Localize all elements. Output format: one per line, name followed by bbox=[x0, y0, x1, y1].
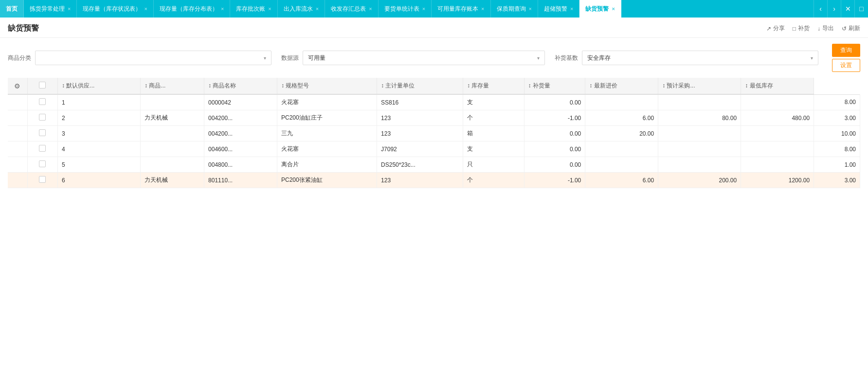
row-checkbox-5[interactable] bbox=[27, 157, 58, 173]
gear-column-header[interactable]: ⚙ bbox=[8, 78, 27, 94]
replenish-base-dropdown-icon: ▾ bbox=[811, 55, 813, 61]
row-gear-1 bbox=[8, 94, 27, 110]
category-select[interactable]: ▾ bbox=[35, 51, 271, 65]
th-min-stock: ↕ 最低库存 bbox=[741, 78, 814, 94]
row-checkbox-3[interactable] bbox=[27, 126, 58, 141]
checkbox-3[interactable] bbox=[39, 129, 46, 136]
tab-close-batch-account[interactable]: × bbox=[268, 6, 271, 12]
chevron-right-icon: › bbox=[833, 5, 835, 13]
tab-label-order-stat: 要货单统计表 bbox=[384, 5, 419, 13]
tab-available-ledger[interactable]: 可用量库存账本× bbox=[432, 0, 490, 18]
cell-spec-1: SS816 bbox=[377, 94, 463, 110]
tab-prev-button[interactable]: ‹ bbox=[814, 0, 827, 18]
tab-close-inout-flow[interactable]: × bbox=[316, 6, 319, 12]
tab-close-defect-process[interactable]: × bbox=[68, 6, 71, 12]
tab-label-expiry-query: 保质期查询 bbox=[497, 5, 526, 13]
th-stock-qty: ↕ 库存量 bbox=[463, 78, 524, 94]
tab-receive-summary[interactable]: 收发存汇总表× bbox=[325, 0, 378, 18]
tab-close-button[interactable]: ✕ bbox=[841, 0, 854, 18]
data-table: ⚙ ↕ 默认供应... ↕ 商品... ↕ 商品名称 ↕ bbox=[8, 78, 860, 188]
cell-min-stock-6: 3.00 bbox=[814, 173, 860, 188]
datasource-value: 可用量 bbox=[308, 54, 326, 62]
replenish-base-value: 安全库存 bbox=[587, 54, 611, 62]
tab-close-expiry-query[interactable]: × bbox=[529, 6, 532, 12]
th-spec: ↕ 规格型号 bbox=[277, 78, 377, 94]
tab-close-shortage-warning[interactable]: × bbox=[612, 6, 615, 12]
checkbox-4[interactable] bbox=[39, 145, 46, 152]
share-button[interactable]: ↗ 分享 bbox=[766, 24, 785, 33]
tab-label-inventory-status: 现存量（库存状况表） bbox=[83, 5, 141, 13]
cell-estimated-purchase-5 bbox=[741, 157, 814, 173]
cell-unit-2: 个 bbox=[463, 110, 524, 126]
tab-label-receive-summary: 收发存汇总表 bbox=[331, 5, 366, 13]
select-all-checkbox[interactable] bbox=[39, 82, 46, 88]
chevron-left-icon: ‹ bbox=[819, 5, 822, 13]
tab-home[interactable]: 首页 bbox=[0, 0, 24, 18]
replenish-button[interactable]: □ 补货 bbox=[793, 24, 810, 33]
refresh-icon: ↺ bbox=[842, 25, 847, 32]
row-checkbox-6[interactable] bbox=[27, 173, 58, 188]
cell-latest-price-2: 80.00 bbox=[658, 110, 741, 126]
cell-latest-price-4 bbox=[658, 141, 741, 157]
datasource-select[interactable]: 可用量 ▾ bbox=[303, 51, 545, 65]
checkbox-column-header[interactable] bbox=[27, 78, 58, 94]
cell-replenish-qty-2: 6.00 bbox=[585, 110, 658, 126]
cell-row-num-4: 4 bbox=[58, 141, 141, 157]
th-replenish-qty: ↕ 补货量 bbox=[524, 78, 585, 94]
cell-min-stock-3: 10.00 bbox=[814, 126, 860, 141]
tab-batch-account[interactable]: 库存批次账× bbox=[230, 0, 277, 18]
cell-product-name-5: 离合片 bbox=[277, 157, 377, 173]
cell-spec-5: DS250*23c... bbox=[377, 157, 463, 173]
cell-unit-4: 支 bbox=[463, 141, 524, 157]
cell-row-num-3: 3 bbox=[58, 126, 141, 141]
checkbox-5[interactable] bbox=[39, 160, 46, 167]
tab-inventory-status[interactable]: 现存量（库存状况表）× bbox=[77, 0, 153, 18]
tab-overstock-warning[interactable]: 超储预警× bbox=[538, 0, 579, 18]
tab-expiry-query[interactable]: 保质期查询× bbox=[491, 0, 538, 18]
cell-spec-3: 123 bbox=[377, 126, 463, 141]
row-checkbox-4[interactable] bbox=[27, 141, 58, 157]
tab-close-inventory-status[interactable]: × bbox=[144, 6, 147, 12]
refresh-button[interactable]: ↺ 刷新 bbox=[842, 24, 860, 33]
tab-close-order-stat[interactable]: × bbox=[422, 6, 425, 12]
checkbox-6[interactable] bbox=[39, 176, 46, 183]
cell-row-num-6: 6 bbox=[58, 173, 141, 188]
table-row: 2力天机械004200...PC200油缸庄子123个-1.006.0080.0… bbox=[8, 110, 860, 126]
checkbox-1[interactable] bbox=[39, 98, 46, 105]
filter-actions: 查询 设置 bbox=[832, 44, 860, 72]
export-button[interactable]: ↓ 导出 bbox=[817, 24, 834, 33]
cell-row-num-5: 5 bbox=[58, 157, 141, 173]
cell-min-stock-1: 8.00 bbox=[814, 94, 860, 110]
cell-spec-4: J7092 bbox=[377, 141, 463, 157]
row-checkbox-2[interactable] bbox=[27, 110, 58, 126]
gear-icon[interactable]: ⚙ bbox=[14, 82, 20, 90]
tab-close-receive-summary[interactable]: × bbox=[369, 6, 372, 12]
cell-estimated-purchase-4 bbox=[741, 141, 814, 157]
tab-defect-process[interactable]: 拣货异常处理× bbox=[24, 0, 77, 18]
cell-estimated-purchase-2: 480.00 bbox=[741, 110, 814, 126]
checkbox-2[interactable] bbox=[39, 114, 46, 121]
tab-inventory-dist[interactable]: 现存量（库存分布表）× bbox=[154, 0, 230, 18]
tab-order-stat[interactable]: 要货单统计表× bbox=[379, 0, 432, 18]
cell-latest-price-1 bbox=[658, 94, 741, 110]
replenish-base-select[interactable]: 安全库存 ▾ bbox=[582, 51, 818, 65]
tab-shortage-warning[interactable]: 缺货预警× bbox=[579, 0, 621, 18]
page-header: 缺货预警 ↗ 分享 □ 补货 ↓ 导出 ↺ 刷新 bbox=[0, 18, 868, 38]
row-checkbox-1[interactable] bbox=[27, 94, 58, 110]
tab-label-batch-account: 库存批次账 bbox=[236, 5, 265, 13]
tab-inout-flow[interactable]: 出入库流水× bbox=[278, 0, 325, 18]
settings-button[interactable]: 设置 bbox=[832, 59, 860, 72]
tab-next-button[interactable]: › bbox=[827, 0, 841, 18]
tab-close-inventory-dist[interactable]: × bbox=[221, 6, 224, 12]
tab-close-available-ledger[interactable]: × bbox=[481, 6, 484, 12]
cell-product-code-2: 004200... bbox=[204, 110, 277, 126]
query-button[interactable]: 查询 bbox=[832, 44, 860, 57]
category-filter: 商品分类 ▾ bbox=[8, 51, 271, 65]
th-latest-price: ↕ 最新进价 bbox=[585, 78, 658, 94]
row-gear-5 bbox=[8, 157, 27, 173]
tab-maximize-button[interactable]: □ bbox=[854, 0, 868, 18]
cell-unit-3: 箱 bbox=[463, 126, 524, 141]
th-unit: ↕ 主计量单位 bbox=[377, 78, 463, 94]
cell-estimated-purchase-6: 1200.00 bbox=[741, 173, 814, 188]
tab-close-overstock-warning[interactable]: × bbox=[570, 6, 573, 12]
